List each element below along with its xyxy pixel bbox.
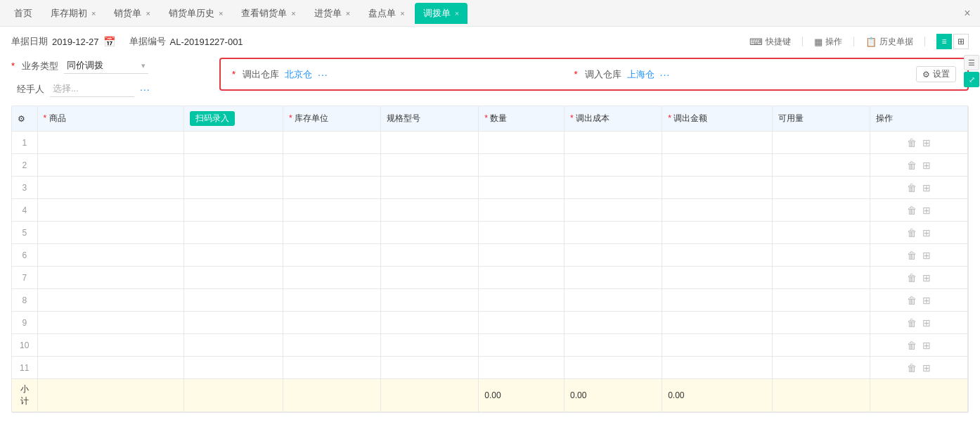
- row-avail-6: [772, 244, 870, 267]
- subtotal-row: 小计 0.00 0.00 0.00: [12, 379, 968, 412]
- row-copy-icon-4[interactable]: ⊞: [922, 205, 931, 216]
- subtotal-scan: [184, 379, 283, 412]
- row-copy-icon-3[interactable]: ⊞: [922, 182, 931, 193]
- tab-inventory-init-close[interactable]: ×: [91, 9, 96, 18]
- tab-inventory-init[interactable]: 库存期初 ×: [42, 3, 104, 24]
- row-unit-1: [283, 132, 381, 154]
- handler-more-btn[interactable]: ···: [140, 84, 150, 95]
- row-delete-icon-1[interactable]: 🗑: [907, 137, 917, 148]
- row-ops-2: 🗑 ⊞: [870, 154, 967, 177]
- tab-sales-order[interactable]: 销货单 ×: [105, 3, 158, 24]
- tab-inventory-check[interactable]: 盘点单 ×: [360, 3, 413, 24]
- row-qty-2: [479, 154, 565, 177]
- row-delete-icon-5[interactable]: 🗑: [907, 227, 917, 238]
- tab-transfer-order-close[interactable]: ×: [455, 9, 459, 18]
- row-delete-icon-10[interactable]: 🗑: [907, 340, 917, 351]
- row-unit-7: [283, 267, 381, 289]
- close-window-button[interactable]: ×: [960, 6, 974, 20]
- row-copy-icon-8[interactable]: ⊞: [922, 295, 931, 306]
- history-action[interactable]: 📋 历史单据: [865, 36, 913, 48]
- doc-number-label: 单据编号: [129, 35, 166, 48]
- row-copy-icon-1[interactable]: ⊞: [922, 137, 931, 148]
- row-product-6[interactable]: [37, 244, 184, 267]
- history-icon: 📋: [865, 37, 877, 47]
- tab-sales-order-label: 销货单: [114, 7, 141, 20]
- row-product-4[interactable]: [37, 199, 184, 222]
- row-scan-3: [184, 177, 283, 199]
- doc-date-value[interactable]: 2019-12-27: [52, 37, 99, 47]
- row-copy-icon-9[interactable]: ⊞: [922, 317, 931, 329]
- row-product-3[interactable]: [37, 177, 184, 199]
- row-product-5[interactable]: [37, 222, 184, 244]
- header-actions: ⌨ 快捷键 ▦ 操作 📋 历史单据 ≡ ⊞: [749, 34, 969, 49]
- row-product-8[interactable]: [37, 289, 184, 312]
- handler-select[interactable]: 选择...: [50, 81, 134, 97]
- tab-view-sales-close[interactable]: ×: [291, 9, 295, 18]
- row-ops-3: 🗑 ⊞: [870, 177, 967, 199]
- list-view-btn[interactable]: ≡: [936, 34, 952, 49]
- source-warehouse-value[interactable]: 北京仓: [285, 68, 312, 81]
- source-warehouse-more-btn[interactable]: ···: [318, 69, 328, 80]
- table-row: 7 🗑 ⊞: [12, 267, 968, 289]
- col-header-settings[interactable]: ⚙: [12, 106, 37, 132]
- row-qty-7: [479, 267, 565, 289]
- row-spec-10: [381, 334, 479, 357]
- row-scan-1: [184, 132, 283, 154]
- unit-required-star: *: [289, 113, 292, 123]
- col-header-cost: * 调出成本: [565, 106, 662, 132]
- target-warehouse-value[interactable]: 上海仓: [627, 68, 655, 81]
- row-delete-icon-9[interactable]: 🗑: [907, 317, 917, 329]
- tab-transfer-order[interactable]: 调拨单 ×: [415, 3, 468, 24]
- tab-sales-history[interactable]: 销货单历史 ×: [160, 3, 231, 24]
- row-product-11[interactable]: [37, 357, 184, 379]
- subtotal-qty: 0.00: [479, 379, 565, 412]
- shortcut-action[interactable]: ⌨ 快捷键: [749, 36, 791, 48]
- target-warehouse-more-btn[interactable]: ···: [660, 69, 671, 80]
- row-delete-icon-6[interactable]: 🗑: [907, 250, 917, 261]
- row-copy-icon-5[interactable]: ⊞: [922, 227, 931, 238]
- row-product-7[interactable]: [37, 267, 184, 289]
- row-product-10[interactable]: [37, 334, 184, 357]
- row-copy-icon-11[interactable]: ⊞: [922, 362, 931, 374]
- row-ops-1: 🗑 ⊞: [870, 132, 967, 154]
- row-cost-8: [565, 289, 662, 312]
- row-product-9[interactable]: [37, 312, 184, 334]
- scan-input-btn[interactable]: 扫码录入: [190, 111, 235, 126]
- tab-sales-history-close[interactable]: ×: [219, 9, 223, 18]
- tab-purchase-order-close[interactable]: ×: [346, 9, 350, 18]
- source-warehouse-label: 调出仓库: [243, 68, 279, 81]
- row-unit-9: [283, 312, 381, 334]
- sidebar-list-btn[interactable]: ☰: [964, 55, 979, 70]
- row-ops-5: 🗑 ⊞: [870, 222, 967, 244]
- row-delete-icon-11[interactable]: 🗑: [907, 362, 917, 374]
- operate-action[interactable]: ▦ 操作: [814, 36, 842, 48]
- row-copy-icon-7[interactable]: ⊞: [922, 272, 931, 283]
- row-delete-icon-7[interactable]: 🗑: [907, 272, 917, 283]
- subtotal-cost: 0.00: [565, 379, 662, 412]
- row-copy-icon-10[interactable]: ⊞: [922, 340, 931, 351]
- row-ops-4: 🗑 ⊞: [870, 199, 967, 222]
- row-copy-icon-6[interactable]: ⊞: [922, 250, 931, 261]
- business-type-select[interactable]: 同价调拨 ▾: [64, 58, 148, 74]
- row-amount-8: [662, 289, 773, 312]
- tab-inventory-check-close[interactable]: ×: [400, 9, 404, 18]
- calendar-icon[interactable]: 📅: [103, 36, 115, 47]
- row-num-10: 10: [12, 334, 37, 357]
- row-delete-icon-3[interactable]: 🗑: [907, 182, 917, 193]
- row-delete-icon-2[interactable]: 🗑: [907, 160, 917, 171]
- tab-purchase-order[interactable]: 进货单 ×: [306, 3, 359, 24]
- tab-sales-order-close[interactable]: ×: [146, 9, 150, 18]
- col-header-scan: 扫码录入: [184, 106, 283, 132]
- tab-home[interactable]: 首页: [6, 3, 41, 24]
- row-cost-5: [565, 222, 662, 244]
- row-avail-10: [772, 334, 870, 357]
- tab-view-sales[interactable]: 查看销货单 ×: [233, 3, 304, 24]
- row-product-2[interactable]: [37, 154, 184, 177]
- row-scan-11: [184, 357, 283, 379]
- row-copy-icon-2[interactable]: ⊞: [922, 160, 931, 171]
- settings-button[interactable]: ⚙ 设置: [916, 66, 956, 82]
- sidebar-expand-btn[interactable]: ⤢: [964, 72, 979, 87]
- row-product-1[interactable]: [37, 132, 184, 154]
- row-delete-icon-8[interactable]: 🗑: [907, 295, 917, 306]
- row-delete-icon-4[interactable]: 🗑: [907, 205, 917, 216]
